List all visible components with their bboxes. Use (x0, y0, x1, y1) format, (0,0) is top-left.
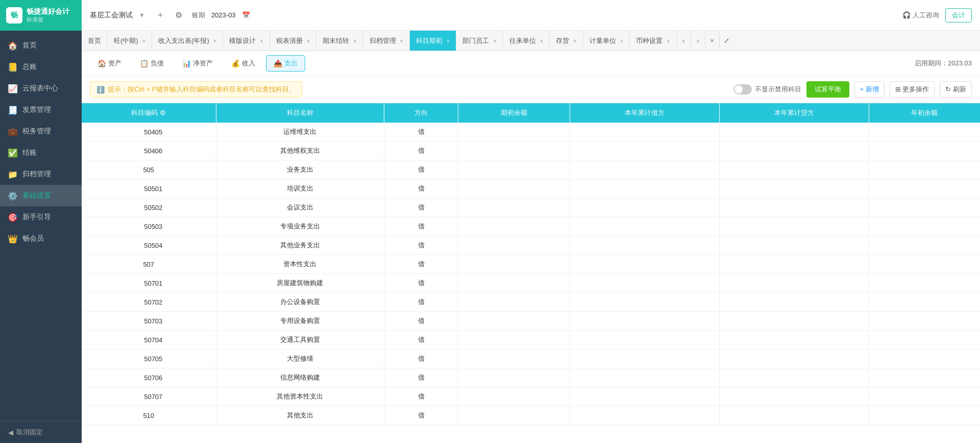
tab-close-btn[interactable]: × (260, 38, 263, 44)
cell-year-credit (720, 123, 869, 142)
sub-tab-net_asset[interactable]: 📊 净资产 (175, 55, 220, 72)
table-row[interactable]: 505业务支出借 (82, 160, 980, 179)
more-actions-btn[interactable]: ⊞ 更多操作 (890, 81, 935, 98)
toolbar: ℹ️ 提示：按Ctrl + F键并输入科目编码或者科目名称可以查找科目。 不显示… (82, 76, 980, 103)
add-tab-btn[interactable]: ＋ (153, 8, 167, 22)
tab-expand-btn[interactable]: ⤢ (720, 31, 734, 51)
table-row[interactable]: 50703专用设备购置借 (82, 312, 980, 331)
table-header: 科目编码⚙科目名称方向期初余额本年累计借方本年累计贷方年初余额 (82, 103, 980, 123)
sidebar-item-member[interactable]: 👑 畅会员 (0, 228, 82, 249)
tab-close-btn[interactable]: × (573, 38, 576, 44)
headset-icon: 🎧 (902, 11, 911, 19)
calendar-icon[interactable]: 📅 (242, 11, 250, 19)
settings-icon[interactable]: ⚙ (172, 8, 186, 22)
tab-scroll-right-btn[interactable]: › (691, 31, 705, 51)
sidebar-item-archive[interactable]: 📁 归档管理 (0, 164, 82, 185)
tab-close-btn[interactable]: × (447, 38, 450, 44)
cell-year-debit (570, 217, 720, 236)
period-info: 启用期间：2023.03 (915, 59, 972, 68)
sidebar-item-settle[interactable]: ✅ 结账 (0, 142, 82, 164)
cell-code: 50707 (82, 387, 216, 406)
sidebar-item-settings[interactable]: ⚙️ 基础设置 (0, 185, 82, 206)
tab-close-btn[interactable]: × (213, 38, 216, 44)
refresh-btn[interactable]: ↻ 刷新 (940, 81, 972, 98)
cell-period-balance (458, 179, 570, 198)
account-btn[interactable]: 会计 (945, 8, 972, 22)
tab-label: 存货 (556, 36, 569, 45)
tab-archive[interactable]: 归档管理× (363, 31, 410, 51)
tab-unit[interactable]: 计量单位× (583, 31, 630, 51)
tab-close-btn[interactable]: × (620, 38, 623, 44)
tab-close-btn[interactable]: × (493, 38, 496, 44)
tab-partner[interactable]: 往来单位× (503, 31, 550, 51)
table-row[interactable]: 50706信息网络购建借 (82, 368, 980, 387)
cell-name: 其他支出 (216, 406, 384, 425)
table-row[interactable]: 50504其他业务支出借 (82, 236, 980, 255)
table-row[interactable]: 50704交通工具购置借 (82, 331, 980, 349)
tab-balance_mid[interactable]: 旺(中期)× (108, 31, 152, 51)
sidebar-nav: 🏠 首页 📒 总账 📈 云报表中心 🧾 发票管理 💼 税务管理 ✅ 结账 📁 归… (0, 31, 82, 421)
add-btn[interactable]: + 新增 (854, 81, 885, 98)
tab-tax_clear[interactable]: 税表清册× (270, 31, 316, 51)
tab-income_year[interactable]: 收入支出表(年报)× (152, 31, 223, 51)
table-row[interactable]: 50701房屋建筑物购建借 (82, 274, 980, 293)
cell-period-balance (458, 236, 570, 255)
help-btn[interactable]: 🎧 人工咨询 (902, 11, 939, 20)
gear-icon[interactable]: ⚙ (160, 109, 166, 116)
tab-inventory[interactable]: 存货× (550, 31, 583, 51)
tab-close-all-btn[interactable]: × (705, 31, 720, 51)
table-row[interactable]: 510其他支出借 (82, 406, 980, 425)
sidebar-item-label: 总账 (22, 62, 37, 72)
sub-tab-expense[interactable]: 📤 支出 (266, 55, 305, 72)
sidebar-item-invoice[interactable]: 🧾 发票管理 (0, 99, 82, 121)
cell-year-credit (720, 331, 869, 349)
sub-tab-liability[interactable]: 📋 负债 (132, 55, 172, 72)
tab-template[interactable]: 模版设计× (223, 31, 270, 51)
tab-close-btn[interactable]: × (667, 38, 670, 44)
cell-year-balance (869, 255, 980, 274)
tab-close-btn[interactable]: × (400, 38, 403, 44)
cell-year-balance (869, 123, 980, 142)
cell-year-debit (570, 236, 720, 255)
cell-name: 运维维支出 (216, 123, 384, 142)
tab-close-btn[interactable]: × (307, 38, 310, 44)
sidebar-item-guide[interactable]: 🎯 新手引导 (0, 206, 82, 228)
table-row[interactable]: 50406其他维权支出借 (82, 142, 980, 160)
sidebar-collapse-btn[interactable]: ◀ 取消固定 (0, 421, 82, 443)
tab-label: 币种设置 (636, 36, 663, 45)
tab-scroll-left-btn[interactable]: ‹ (677, 31, 691, 51)
tab-label: 往来单位 (509, 36, 536, 45)
table-row[interactable]: 50501培训支出借 (82, 179, 980, 198)
table-row[interactable]: 50705大型修缮借 (82, 349, 980, 368)
tab-home[interactable]: 首页 (82, 31, 108, 51)
cell-direction: 借 (384, 142, 458, 160)
tab-dept[interactable]: 部门员工× (456, 31, 503, 51)
tab-period_end[interactable]: 期末结转× (316, 31, 363, 51)
tab-close-btn[interactable]: × (353, 38, 356, 44)
workspace-dropdown-icon[interactable]: ▼ (139, 12, 145, 19)
cell-name: 其他业务支出 (216, 236, 384, 255)
info-icon: ℹ️ (96, 86, 105, 94)
table-row[interactable]: 50707其他资本性支出借 (82, 387, 980, 406)
table-row[interactable]: 50502会议支出借 (82, 198, 980, 217)
table-row[interactable]: 507资本性支出借 (82, 255, 980, 274)
cell-period-balance (458, 368, 570, 387)
tab-close-btn[interactable]: × (540, 38, 543, 44)
cell-year-credit (720, 160, 869, 179)
sidebar-item-ledger[interactable]: 📒 总账 (0, 56, 82, 78)
try-balance-btn[interactable]: 试算平衡 (806, 81, 849, 98)
cell-year-debit (570, 349, 720, 368)
table-row[interactable]: 50702办公设备购置借 (82, 293, 980, 312)
tab-subject_init[interactable]: 科目期初× (410, 31, 456, 51)
sidebar-item-home[interactable]: 🏠 首页 (0, 35, 82, 56)
tab-currency[interactable]: 币种设置× (630, 31, 676, 51)
sidebar-item-tax[interactable]: 💼 税务管理 (0, 121, 82, 142)
sub-tab-asset[interactable]: 🏠 资产 (90, 55, 129, 72)
toggle-control[interactable] (733, 84, 752, 95)
tab-close-btn[interactable]: × (142, 38, 145, 44)
sub-tab-income[interactable]: 💰 收入 (224, 55, 263, 72)
table-row[interactable]: 50503专项业务支出借 (82, 217, 980, 236)
cell-year-credit (720, 217, 869, 236)
table-row[interactable]: 50405运维维支出借 (82, 123, 980, 142)
sidebar-item-report[interactable]: 📈 云报表中心 (0, 78, 82, 99)
